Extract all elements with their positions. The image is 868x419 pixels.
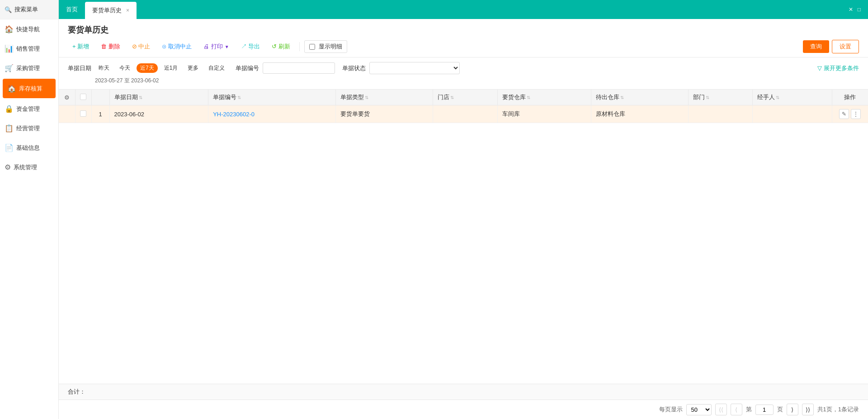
bill-status-label: 单据状态	[342, 64, 366, 72]
footer-summary-label: 合计：	[68, 388, 85, 396]
topbar-right: ✕ □	[849, 6, 868, 13]
main-area: 首页要货单历史× ✕ □ 要货单历史 + 新增 🗑 删除 ⊘ 中止 ⊙ 取消中止…	[59, 0, 868, 419]
col-header-bill_no[interactable]: 单据编号⇅	[208, 90, 336, 105]
pending-warehouse-cell: 原材料仓库	[591, 105, 689, 123]
bill-no-link[interactable]: YH-20230602-0	[213, 111, 255, 118]
settings-cell	[59, 105, 75, 123]
settings-button[interactable]: 设置	[832, 40, 859, 53]
date-shortcut-今天[interactable]: 今天	[116, 63, 134, 73]
date-shortcut-近7天[interactable]: 近7天	[137, 63, 158, 73]
bill-no-label: 单据编号	[236, 64, 259, 72]
row-checkbox[interactable]	[80, 110, 86, 117]
date-range-display: 2023-05-27 至 2023-06-02	[95, 77, 859, 85]
col-header-date[interactable]: 单据日期⇅	[109, 90, 208, 105]
row-delete-btn[interactable]: ⋮	[851, 109, 861, 119]
show-detail-input[interactable]	[309, 44, 315, 50]
page-title: 要货单历史	[68, 24, 859, 35]
prev-page-btn[interactable]: ⟨	[731, 404, 742, 415]
sort-icon-store[interactable]: ⇅	[450, 95, 454, 100]
bill-status-select[interactable]	[369, 62, 460, 74]
expand-more-icon: ▽	[817, 65, 822, 71]
col-header-req_warehouse[interactable]: 要货仓库⇅	[497, 90, 591, 105]
sidebar-item-quick-nav[interactable]: 🏠快捷导航	[0, 19, 58, 39]
date-shortcut-近1月[interactable]: 近1月	[160, 63, 182, 73]
page-size-select[interactable]: 2050100200	[686, 404, 712, 415]
sidebar-item-purchase[interactable]: 🛒采购管理	[0, 58, 58, 78]
sidebar-item-system[interactable]: ⚙系统管理	[0, 157, 58, 177]
sidebar-item-basic-info[interactable]: 📄基础信息	[0, 138, 58, 157]
date-shortcut-自定义[interactable]: 自定义	[205, 63, 228, 73]
sidebar-label-finance: 资金管理	[16, 105, 40, 113]
col-header-checkbox	[75, 90, 91, 105]
sort-icon-date[interactable]: ⇅	[139, 95, 142, 100]
page-input[interactable]	[755, 405, 774, 415]
sidebar-search-label: 搜索菜单	[14, 5, 38, 14]
show-detail-label: 显示明细	[319, 43, 342, 51]
ops-cell: ✎⋮	[832, 105, 868, 123]
col-header-pending_warehouse[interactable]: 待出仓库⇅	[591, 90, 689, 105]
col-header-store[interactable]: 门店⇅	[433, 90, 497, 105]
col-label-handler: 经手人	[757, 94, 775, 100]
sidebar-item-finance[interactable]: 🔒资金管理	[0, 99, 58, 119]
table-footer: 合计：	[59, 384, 868, 400]
export-button[interactable]: ↗ 导出	[236, 41, 265, 52]
next-page-btn[interactable]: ⟩	[787, 404, 798, 415]
bill-type-cell: 要货单要货	[336, 105, 433, 123]
sort-icon-handler[interactable]: ⇅	[776, 95, 779, 100]
sidebar-label-system: 系统管理	[14, 163, 37, 171]
cancel-stop-button[interactable]: ⊙ 取消中止	[157, 41, 196, 52]
print-dropdown-icon[interactable]: ▼	[225, 44, 229, 49]
sidebar-item-inventory[interactable]: 🏠库存核算	[3, 79, 56, 98]
bill-no-filter-group: 单据编号	[236, 62, 335, 74]
add-button[interactable]: + 新增	[68, 41, 94, 52]
bill-no-input[interactable]	[263, 62, 335, 74]
col-label-pending_warehouse: 待出仓库	[596, 94, 619, 100]
sidebar-search[interactable]: 🔍 搜索菜单	[0, 0, 58, 19]
sort-icon-pending_warehouse[interactable]: ⇅	[620, 95, 624, 100]
delete-button[interactable]: 🗑 删除	[96, 41, 125, 52]
col-header-settings: ⚙	[59, 90, 75, 105]
tab-close-requisition-history[interactable]: ×	[126, 7, 129, 14]
sidebar-label-operations: 经营管理	[16, 124, 40, 133]
window-close-btn[interactable]: ✕	[849, 6, 853, 13]
date-shortcut-更多[interactable]: 更多	[184, 63, 202, 73]
last-page-btn[interactable]: ⟩⟩	[802, 404, 814, 415]
query-button[interactable]: 查询	[803, 40, 829, 53]
print-label: 🖨 打印	[203, 43, 223, 51]
stop-button[interactable]: ⊘ 中止	[127, 41, 155, 52]
content-area: 要货单历史 + 新增 🗑 删除 ⊘ 中止 ⊙ 取消中止 🖨 打印 ▼ ↗ 导出 …	[59, 19, 868, 419]
checkbox-cell	[75, 105, 91, 123]
tab-home[interactable]: 首页	[59, 0, 85, 19]
col-label-bill_no: 单据编号	[213, 94, 236, 100]
sidebar-item-operations[interactable]: 📋经营管理	[0, 119, 58, 138]
sort-icon-bill_no[interactable]: ⇅	[237, 95, 241, 100]
col-label-date: 单据日期	[114, 94, 138, 100]
filter-row-main: 单据日期 昨天今天近7天近1月更多自定义 单据编号 单据状态 ▽	[68, 62, 859, 74]
col-header-ops: 操作	[832, 90, 868, 105]
col-label-req_warehouse: 要货仓库	[502, 94, 526, 100]
col-header-handler[interactable]: 经手人⇅	[753, 90, 832, 105]
print-button[interactable]: 🖨 打印 ▼	[199, 41, 234, 52]
req-warehouse-cell: 车间库	[497, 105, 591, 123]
show-detail-checkbox[interactable]: 显示明细	[304, 40, 347, 53]
header-checkbox[interactable]	[80, 94, 86, 100]
sort-icon-bill_type[interactable]: ⇅	[365, 95, 368, 100]
table-row: 12023-06-02YH-20230602-0要货单要货车间库原材料仓库✎⋮	[59, 105, 868, 123]
col-header-bill_type[interactable]: 单据类型⇅	[336, 90, 433, 105]
date-shortcut-昨天[interactable]: 昨天	[95, 63, 113, 73]
refresh-button[interactable]: ↺ 刷新	[267, 41, 295, 52]
sort-icon-req_warehouse[interactable]: ⇅	[527, 95, 530, 100]
first-page-btn[interactable]: ⟨⟨	[715, 404, 727, 415]
inventory-icon: 🏠	[7, 84, 16, 93]
sales-icon: 📊	[5, 44, 14, 53]
sort-icon-department[interactable]: ⇅	[706, 95, 709, 100]
col-header-department[interactable]: 部门⇅	[688, 90, 752, 105]
quick-nav-icon: 🏠	[5, 25, 14, 33]
date-filter-group: 单据日期 昨天今天近7天近1月更多自定义	[68, 63, 228, 73]
expand-more-btn[interactable]: ▽ 展开更多条件	[817, 64, 859, 72]
sidebar-label-basic-info: 基础信息	[16, 144, 40, 152]
row-edit-btn[interactable]: ✎	[839, 109, 849, 119]
window-maximize-btn[interactable]: □	[858, 6, 861, 13]
tab-requisition-history[interactable]: 要货单历史×	[85, 2, 137, 19]
sidebar-item-sales[interactable]: 📊销售管理	[0, 39, 58, 58]
